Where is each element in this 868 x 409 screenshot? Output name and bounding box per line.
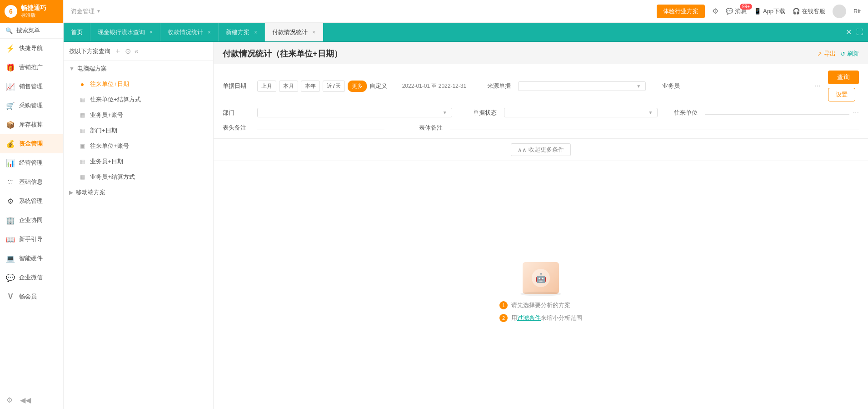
- tab-close-bank[interactable]: ×: [150, 29, 153, 35]
- tab-close-receipt[interactable]: ×: [208, 29, 211, 35]
- last-7-btn[interactable]: 近7天: [323, 81, 345, 92]
- scheme-item-label: 业务员+账号: [90, 111, 123, 119]
- expand-window-icon[interactable]: ⛶: [856, 28, 863, 36]
- counterpart-dots-icon[interactable]: ···: [853, 109, 859, 117]
- refresh-button[interactable]: ↺ 刷新: [840, 50, 859, 58]
- dept-select[interactable]: ▼: [257, 108, 452, 117]
- tab-payment[interactable]: 付款情况统计 ×: [265, 23, 323, 41]
- breadcrumb-text: 资金管理: [71, 7, 95, 15]
- close-all-tabs-icon[interactable]: ✕: [846, 28, 852, 36]
- scheme-item-unit-settle[interactable]: ▦ 往来单位+结算方式: [64, 92, 213, 107]
- dropdown-arrow-icon: ▼: [96, 9, 101, 14]
- empty-shadow: [520, 292, 561, 296]
- sidebar-item-sales[interactable]: 📈 销售管理: [0, 77, 63, 96]
- sidebar-item-smart-hw[interactable]: 💻 智能硬件: [0, 249, 63, 268]
- tab-bank[interactable]: 现金银行流水查询 ×: [90, 23, 160, 41]
- sidebar-item-operations[interactable]: 📊 经营管理: [0, 153, 63, 172]
- tab-close-new-scheme[interactable]: ×: [254, 29, 257, 35]
- sidebar-item-member[interactable]: V 畅会员: [0, 287, 63, 306]
- smart-hw-icon: 💻: [6, 254, 15, 263]
- new-scheme-tab-label: 新建方案: [226, 28, 249, 36]
- sidebar-item-label: 企业微信: [19, 273, 43, 282]
- export-button[interactable]: ↗ 导出: [817, 50, 836, 58]
- scheme-item-staff-settle[interactable]: ▦ 业务员+结算方式: [64, 169, 213, 185]
- mobile-section-toggle[interactable]: ▶ 移动端方案: [64, 185, 213, 200]
- empty-state: 🤖 1 请先选择要分析的方案 2 用过滤条件来缩小分析范围: [214, 161, 868, 409]
- collapse-conditions-button[interactable]: ∧∧ 收起更多条件: [511, 143, 571, 156]
- online-service-button[interactable]: 🎧 在线客服: [793, 7, 825, 15]
- marketing-icon: 🎁: [6, 63, 15, 71]
- sidebar-item-quick-nav[interactable]: ⚡ 快捷导航: [0, 39, 63, 58]
- sidebar-item-inventory[interactable]: 📦 库存核算: [0, 115, 63, 134]
- refresh-icon: ↺: [840, 50, 845, 57]
- more-date-btn[interactable]: 更多: [348, 81, 367, 92]
- desktop-scheme-section: ▼ 电脑端方案 ● 往来单位+日期 ▦ 往来单位+结算方式 ▦ 业务员+账号 ▦: [64, 61, 213, 185]
- sidebar-item-purchase[interactable]: 🛒 采购管理: [0, 96, 63, 115]
- sidebar-item-search[interactable]: 🔍 搜索菜单: [0, 23, 63, 39]
- scheme-item-unit-account[interactable]: ▣ 往来单位+账号: [64, 138, 213, 154]
- collapse-scheme-icon[interactable]: «: [135, 47, 139, 56]
- tab-home[interactable]: 首页: [64, 23, 90, 41]
- scheme-item-dept-date[interactable]: ▦ 部门+日期: [64, 123, 213, 138]
- app-download-button[interactable]: 📱 App下载: [754, 7, 785, 15]
- scheme-item-unit-date[interactable]: ● 往来单位+日期: [64, 76, 213, 92]
- note-head-input[interactable]: [257, 126, 384, 130]
- settings-icon[interactable]: ⚙: [6, 396, 13, 404]
- sidebar-item-guide[interactable]: 📖 新手引导: [0, 230, 63, 249]
- guide-icon: 📖: [6, 235, 15, 243]
- gear-icon[interactable]: ⚙: [712, 7, 718, 15]
- logo-text-area: 畅捷通巧 标准版: [21, 4, 46, 19]
- last-month-btn[interactable]: 上月: [257, 81, 276, 92]
- tab-receipt[interactable]: 收款情况统计 ×: [160, 23, 219, 41]
- sidebar-item-label: 经营管理: [19, 159, 43, 167]
- member-icon: V: [6, 293, 15, 301]
- sidebar-item-corp[interactable]: 🏢 企业协同: [0, 211, 63, 230]
- sidebar-item-system[interactable]: ⚙ 系统管理: [0, 192, 63, 211]
- note-head-label: 表头备注: [223, 124, 250, 132]
- note-body-input[interactable]: [450, 126, 859, 130]
- source-label: 来源单据: [487, 82, 514, 90]
- this-year-btn[interactable]: 本年: [301, 81, 320, 92]
- this-month-btn[interactable]: 本月: [279, 81, 298, 92]
- sidebar-item-label: 快捷导航: [19, 44, 43, 52]
- scheme-item-label: 往来单位+结算方式: [90, 96, 141, 104]
- desktop-section-toggle[interactable]: ▼ 电脑端方案: [64, 61, 213, 76]
- note-body-label: 表体备注: [419, 124, 446, 132]
- wechat-icon: 💬: [6, 273, 15, 282]
- sidebar-item-marketing[interactable]: 🎁 营销推广: [0, 58, 63, 77]
- source-select[interactable]: ▼: [518, 81, 646, 91]
- sidebar-item-finance[interactable]: 💰 资金管理: [0, 134, 63, 153]
- filter-row-3: 表头备注 表体备注: [223, 124, 859, 132]
- scheme-active-icon: ●: [78, 80, 86, 88]
- source-dropdown-icon: ▼: [636, 84, 641, 89]
- scheme-item-staff-date[interactable]: ▦ 业务员+日期: [64, 154, 213, 169]
- add-scheme-icon[interactable]: ＋: [114, 46, 121, 56]
- search-icon: 🔍: [5, 27, 13, 34]
- counterpart-input: [705, 111, 849, 115]
- scheme-panel: 按以下方案查询 ＋ ⊙ « ▼ 电脑端方案 ● 往来单位+日期 ▦: [64, 42, 214, 409]
- query-button[interactable]: 查询: [828, 71, 859, 84]
- payment-tab-label: 付款情况统计: [272, 28, 308, 36]
- message-icon: 💬: [726, 8, 733, 15]
- industry-scheme-button[interactable]: 体验行业方案: [657, 5, 705, 18]
- scheme-settings-icon[interactable]: ⊙: [125, 47, 131, 56]
- scheme-icon: ▦: [78, 157, 86, 166]
- scheme-item-staff-account[interactable]: ▦ 业务员+账号: [64, 107, 213, 123]
- staff-dots-icon[interactable]: ···: [815, 82, 821, 90]
- tab-new-scheme[interactable]: 新建方案 ×: [219, 23, 265, 41]
- sidebar-item-basic[interactable]: 🗂 基础信息: [0, 172, 63, 192]
- settings-button[interactable]: 设置: [828, 88, 855, 101]
- filter-conditions-link[interactable]: 过滤条件: [517, 314, 541, 321]
- tab-close-payment[interactable]: ×: [312, 29, 315, 35]
- sidebar-item-wechat[interactable]: 💬 企业微信: [0, 268, 63, 287]
- sidebar-item-label: 销售管理: [19, 82, 43, 91]
- message-button[interactable]: 💬 消息 99+: [726, 7, 747, 15]
- tip-num-2: 2: [499, 314, 508, 322]
- sidebar-item-label: 畅会员: [19, 293, 37, 301]
- date-range: 2022-01-01 至 2022-12-31: [402, 82, 466, 90]
- sidebar-search-label: 搜索菜单: [16, 26, 40, 35]
- empty-tip-2: 2 用过滤条件来缩小分析范围: [499, 314, 582, 322]
- filter-area: 单据日期 上月 本月 本年 近7天 更多 自定义 2022-01-01 至 20…: [214, 64, 868, 139]
- collapse-sidebar-icon[interactable]: ◀◀: [20, 396, 31, 404]
- bill-status-select[interactable]: ▼: [504, 108, 658, 117]
